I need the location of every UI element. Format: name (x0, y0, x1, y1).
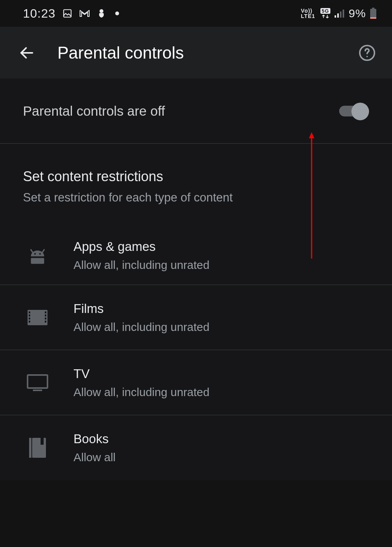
item-subtitle: Allow all, including unrated (74, 259, 209, 272)
more-notifications-dot (115, 11, 119, 15)
status-bar: 10:23 Vo)) LTE1 5G 9% (0, 0, 392, 27)
app-notification-icon (97, 8, 106, 18)
svg-rect-6 (372, 8, 374, 9)
svg-rect-26 (29, 438, 31, 458)
svg-rect-27 (32, 438, 46, 458)
volte-indicator: Vo)) LTE1 (301, 8, 315, 19)
signal-icon (334, 9, 345, 18)
android-icon (27, 245, 48, 266)
item-title: TV (74, 367, 209, 381)
svg-point-1 (100, 9, 103, 13)
page-title: Parental controls (57, 43, 336, 62)
content-area: Parental controls are off Set content re… (0, 79, 392, 480)
restriction-item-tv[interactable]: TV Allow all, including unrated (0, 350, 392, 415)
toggle-label: Parental controls are off (23, 103, 165, 119)
svg-rect-22 (45, 318, 46, 319)
svg-rect-8 (370, 17, 376, 19)
status-left: 10:23 (23, 7, 119, 21)
volte-bottom: LTE1 (301, 13, 315, 19)
svg-rect-5 (343, 10, 344, 18)
svg-rect-28 (41, 438, 44, 445)
svg-rect-18 (29, 318, 30, 319)
battery-icon (370, 8, 377, 19)
help-icon (358, 44, 376, 62)
parental-controls-switch[interactable] (339, 103, 369, 119)
app-header: Parental controls (0, 27, 392, 79)
svg-rect-24 (28, 375, 47, 388)
section-subtitle: Set a restriction for each type of conte… (23, 191, 369, 205)
gmail-icon (79, 9, 90, 18)
item-subtitle: Allow all, including unrated (74, 386, 209, 399)
back-button[interactable] (17, 43, 36, 62)
item-title: Apps & games (74, 239, 209, 254)
data-arrows-icon (321, 14, 330, 19)
item-title: Films (74, 301, 209, 316)
section-title: Set content restrictions (23, 169, 369, 185)
item-text: Apps & games Allow all, including unrate… (74, 239, 209, 272)
item-text: Films Allow all, including unrated (74, 301, 209, 334)
svg-point-11 (366, 56, 368, 57)
switch-thumb (351, 103, 369, 120)
item-text: Books Allow all (74, 432, 116, 464)
restriction-item-films[interactable]: Films Allow all, including unrated (0, 285, 392, 350)
volte-top: Vo)) (301, 8, 312, 13)
tv-icon (27, 372, 48, 393)
item-text: TV Allow all, including unrated (74, 367, 209, 399)
parental-controls-toggle-row[interactable]: Parental controls are off (0, 79, 392, 144)
item-subtitle: Allow all, including unrated (74, 321, 209, 334)
svg-rect-14 (31, 258, 44, 264)
photo-icon (62, 8, 72, 18)
svg-point-13 (39, 253, 41, 254)
svg-rect-0 (64, 10, 71, 17)
svg-rect-17 (29, 314, 30, 316)
svg-rect-23 (45, 321, 46, 323)
svg-rect-21 (45, 314, 46, 316)
help-button[interactable] (358, 43, 377, 62)
restriction-item-books[interactable]: Books Allow all (0, 415, 392, 480)
battery-percentage: 9% (349, 7, 366, 20)
svg-rect-19 (29, 321, 30, 323)
svg-rect-20 (45, 311, 46, 313)
film-icon (27, 307, 48, 328)
book-icon (27, 437, 48, 459)
arrow-left-icon (18, 44, 35, 61)
status-time: 10:23 (23, 7, 56, 21)
restrictions-section-header: Set content restrictions Set a restricti… (0, 144, 392, 220)
five-g-badge: 5G (320, 8, 330, 19)
svg-rect-4 (340, 11, 341, 18)
svg-rect-15 (28, 310, 47, 325)
restriction-item-apps-games[interactable]: Apps & games Allow all, including unrate… (0, 220, 392, 285)
svg-rect-3 (337, 13, 339, 18)
svg-point-12 (34, 253, 36, 254)
status-right: Vo)) LTE1 5G 9% (301, 7, 377, 20)
svg-rect-2 (335, 15, 336, 18)
item-title: Books (74, 432, 116, 446)
item-subtitle: Allow all (74, 451, 116, 464)
svg-rect-16 (29, 311, 30, 313)
